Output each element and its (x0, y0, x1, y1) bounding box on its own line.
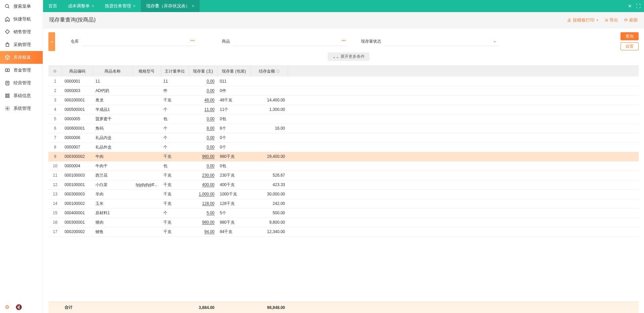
sidebar-item-3[interactable]: 采购管理 (0, 38, 43, 51)
warehouse-input[interactable] (82, 37, 196, 46)
table-row[interactable]: 9000300002牛肉千克980.00980千克29,400.00 (48, 152, 639, 161)
sound-corner-icon[interactable]: 🔇 (15, 304, 22, 310)
refresh-action[interactable]: ⟳ 刷新 (624, 17, 638, 23)
table-row[interactable]: 20000003AD钙奶件0.000件 (48, 86, 639, 95)
table-row[interactable]: 1000000111110.00011 (48, 77, 639, 86)
table-row[interactable]: 4000500001半成品1个11.0011个1,300.00 (48, 105, 639, 114)
export-icon: ⇲ (604, 17, 608, 23)
table-row[interactable]: 16000300001猪肉千克980.00980千克9,800.00 (48, 218, 639, 227)
close-icon[interactable]: × (92, 4, 94, 8)
sidebar-item-8[interactable]: 系统管理 (0, 102, 43, 115)
gear-icon[interactable]: ⚙ (53, 69, 57, 74)
col-header-1[interactable]: 商品名称 (93, 66, 132, 77)
sidebar-item-5[interactable]: 资金管理 (0, 64, 43, 77)
table-row[interactable]: 100000004牛肉干包0.000包 (48, 161, 639, 171)
cell-code: 000300003 (62, 189, 93, 199)
cell-qty[interactable]: 48.00 (189, 95, 217, 105)
tabs-fullscreen-icon[interactable]: ⛶ (636, 3, 641, 9)
export-action[interactable]: ⇲ 导出 (604, 17, 618, 23)
tab-1[interactable]: 成本调整单× (63, 0, 99, 12)
cell-qty[interactable]: 5.00 (189, 208, 217, 218)
cell-spec (132, 86, 161, 95)
cell-qty[interactable]: 0.00 (189, 114, 217, 124)
close-icon[interactable]: × (192, 4, 194, 8)
cell-pkg: 0包 (217, 114, 251, 124)
cell-qty[interactable]: 1,000.00 (189, 189, 217, 199)
table-row[interactable]: 6000600001角码个8.008个16.00 (48, 124, 639, 133)
cell-unit: 千克 (161, 199, 189, 208)
cell-spec (132, 218, 161, 227)
cell-qty[interactable]: 0.00 (189, 133, 217, 142)
filter-settings-button[interactable]: 设置 (620, 42, 639, 50)
table-row[interactable]: 15000400001原材料1个5.005个500.00 (48, 208, 639, 218)
sidebar-item-0[interactable]: 搜索菜单 (0, 0, 43, 13)
table-row[interactable]: 13000300003羊肉千克1,000.001000千克30,000.00 (48, 189, 639, 199)
cell-qty[interactable]: 0.00 (189, 77, 217, 86)
sidebar-item-1[interactable]: 快捷导航 (0, 13, 43, 26)
footer-total-label: 合计 (62, 305, 93, 310)
col-header-5[interactable]: 现存量 (包装) (217, 66, 251, 77)
table-row[interactable]: 70000006礼品内盒个0.000个 (48, 133, 639, 142)
filter-collapse-button[interactable]: » (48, 32, 55, 51)
cell-code: 000200001 (62, 95, 93, 105)
tab-0[interactable]: 首页 (43, 0, 63, 12)
table-row[interactable]: 80000007礼品外盒个0.000个 (48, 142, 639, 152)
cell-qty[interactable]: 980.00 (189, 218, 217, 227)
svg-point-3 (7, 70, 8, 71)
sidebar-item-6[interactable]: 经营管理 (0, 77, 43, 89)
row-index: 5 (48, 114, 62, 124)
box-icon (5, 55, 10, 60)
cell-pkg: 0件 (217, 86, 251, 95)
table-row[interactable]: 14000100002玉米千克128.00128千克242.00 (48, 199, 639, 208)
cell-qty[interactable]: 980.00 (189, 152, 217, 161)
table-row[interactable]: 11000100003西兰花千克230.00230千克526.67 (48, 171, 639, 180)
cell-qty[interactable]: 128.00 (189, 199, 217, 208)
query-button[interactable]: 查询 (620, 32, 639, 40)
col-header-6[interactable]: 结存金额 ⓘ (251, 66, 288, 77)
cell-name: 羊肉 (93, 189, 132, 199)
cell-code: 000300002 (62, 152, 93, 161)
cell-unit: 千克 (161, 152, 189, 161)
row-index: 9 (48, 152, 62, 161)
cell-qty[interactable]: 230.00 (189, 171, 217, 180)
table-row[interactable]: 3000200001奥龙千克48.0048千克14,400.00 (48, 95, 639, 105)
table-row[interactable]: 50000005菠萝蜜干包0.000包 (48, 114, 639, 124)
cell-qty[interactable]: 11.00 (189, 105, 217, 114)
sidebar-item-7[interactable]: 基础信息 (0, 89, 43, 102)
tab-2[interactable]: 拣货任务管理× (99, 0, 141, 12)
svg-rect-8 (8, 94, 9, 95)
double-chevron-down-icon: ⌄⌄ (332, 54, 339, 59)
col-header-2[interactable]: 规格型号 (132, 66, 161, 77)
col-header-4[interactable]: 现存量 (主) (189, 66, 217, 77)
cell-qty[interactable]: 94.00 (189, 227, 217, 236)
tabs-close-all-icon[interactable]: ✕ (628, 3, 632, 9)
row-index: 6 (48, 124, 62, 133)
cell-amt: 423.33 (251, 180, 288, 189)
sidebar-item-2[interactable]: 销售管理 (0, 26, 43, 38)
sidebar-item-4[interactable]: 库存核算 (0, 51, 43, 64)
tab-3[interactable]: 现存量（库存状况表）× (141, 0, 200, 12)
cell-qty[interactable]: 0.00 (189, 86, 217, 95)
stock-status-select[interactable] (385, 37, 499, 46)
cell-qty[interactable]: 8.00 (189, 124, 217, 133)
cell-qty[interactable]: 0.00 (189, 161, 217, 171)
print-template-action[interactable]: 🖨 按模板打印 ▾ (567, 17, 598, 23)
help-icon[interactable]: ⓘ (276, 69, 280, 73)
cell-qty[interactable]: 400.00 (189, 180, 217, 189)
expand-filters-button[interactable]: ⌄⌄ 展开更多条件 (328, 52, 369, 61)
tab-label: 成本调整单 (68, 3, 90, 9)
cell-qty[interactable]: 0.00 (189, 142, 217, 152)
svg-point-0 (5, 4, 8, 7)
settings-corner-icon[interactable]: ⚙ (5, 304, 9, 310)
cell-spec (132, 161, 161, 171)
col-header-3[interactable]: 主计量单位 (161, 66, 189, 77)
cell-unit: 个 (161, 105, 189, 114)
search-icon (5, 4, 10, 9)
close-icon[interactable]: × (133, 4, 135, 8)
col-header-0[interactable]: 商品编码 (62, 66, 93, 77)
cell-pkg: 0包 (217, 161, 251, 171)
product-input[interactable] (233, 37, 348, 46)
table-row[interactable]: 12000100001小白菜tyjyjtyjtyjdf...千克400.0040… (48, 180, 639, 189)
table-row[interactable]: 17000200002鳗鱼千克94.0094千克12,340.00 (48, 227, 639, 236)
cell-pkg: 230千克 (217, 171, 251, 180)
